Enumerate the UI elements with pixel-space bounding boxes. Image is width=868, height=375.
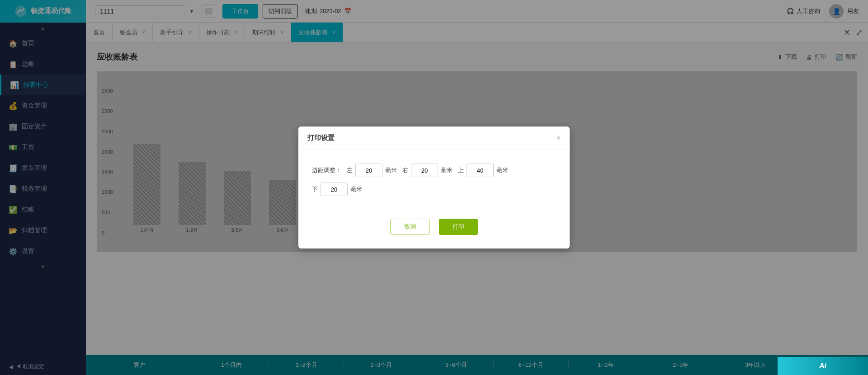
margin-right-input[interactable] — [411, 164, 438, 177]
bottom-unit: 毫米 — [350, 185, 362, 193]
modal-header: 打印设置 × — [298, 127, 570, 150]
margin-bottom-input[interactable] — [321, 183, 348, 196]
right-prefix: 右 — [402, 166, 408, 174]
margin-left-group: 左 毫米 — [347, 164, 397, 177]
modal-title: 打印设置 — [307, 134, 335, 142]
left-prefix: 左 — [347, 166, 353, 174]
ai-label: Ai — [819, 362, 826, 370]
modal-overlay: 打印设置 × 边距调整： 左 毫米 右 毫米 上 毫米 — [0, 0, 868, 375]
margin-top-group: 上 毫米 — [458, 164, 508, 177]
left-unit: 毫米 — [385, 166, 397, 174]
confirm-print-button[interactable]: 打印 — [439, 219, 478, 235]
margin-row: 边距调整： 左 毫米 右 毫米 上 毫米 下 — [312, 164, 556, 196]
margin-left-input[interactable] — [355, 164, 382, 177]
print-settings-dialog: 打印设置 × 边距调整： 左 毫米 右 毫米 上 毫米 — [298, 127, 570, 248]
cancel-button[interactable]: 取消 — [390, 219, 430, 235]
modal-footer: 取消 打印 — [298, 210, 570, 248]
bottom-prefix: 下 — [312, 185, 318, 193]
right-unit: 毫米 — [441, 166, 453, 174]
margin-label: 边距调整： — [312, 166, 341, 174]
margin-top-input[interactable] — [467, 164, 494, 177]
top-unit: 毫米 — [496, 166, 508, 174]
modal-body: 边距调整： 左 毫米 右 毫米 上 毫米 下 — [298, 150, 570, 210]
margin-bottom-group: 下 毫米 — [312, 183, 362, 196]
ai-bar[interactable]: Ai — [778, 357, 868, 375]
margin-right-group: 右 毫米 — [402, 164, 453, 177]
top-prefix: 上 — [458, 166, 464, 174]
modal-close-button[interactable]: × — [557, 134, 561, 142]
